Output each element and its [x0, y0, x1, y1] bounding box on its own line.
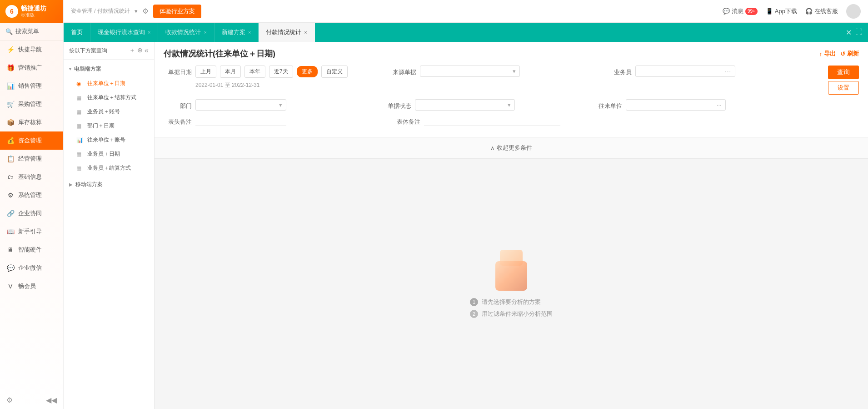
scheme-item-partner-date[interactable]: ◉ 往来单位＋日期 — [64, 76, 154, 91]
scheme-item-partner-settle[interactable]: ▦ 往来单位＋结算方式 — [64, 91, 154, 105]
dept-dropdown-icon: ▾ — [279, 101, 282, 108]
tab-home[interactable]: 首页 — [64, 23, 90, 42]
headset-icon: 🎧 — [805, 8, 813, 15]
tab-payment-stats-close-icon[interactable]: × — [304, 30, 307, 35]
source-doc-label: 来源单据 — [384, 66, 420, 76]
sidebar-item-inventory[interactable]: 📦 库存核算 — [0, 113, 63, 131]
sidebar-item-label: 新手引导 — [18, 227, 42, 236]
scheme-collapse-btn[interactable]: « — [145, 46, 149, 55]
partner-dots: ··· — [717, 101, 722, 108]
system-icon: ⚙ — [6, 192, 15, 199]
sidebar-item-sales[interactable]: 📊 销售管理 — [0, 77, 63, 95]
date-filter-content: 上月 本月 本年 近7天 更多 自定义 2022-01-01 至 2022-12… — [195, 66, 384, 89]
tab-receipt-stats[interactable]: 收款情况统计 × — [158, 23, 214, 42]
refresh-btn[interactable]: ↺ 刷新 — [840, 50, 859, 58]
hardware-icon: 🖥 — [6, 246, 15, 253]
messages-badge: 99+ — [745, 8, 758, 15]
export-btn[interactable]: ↑ 导出 — [819, 50, 836, 58]
scheme-item-staff-account-label: 业务员＋账号 — [87, 108, 120, 116]
trial-btn[interactable]: 体验行业方案 — [153, 5, 201, 18]
sidebar-item-guide[interactable]: 📖 新手引导 — [0, 222, 63, 241]
online-service-label: 在线客服 — [814, 7, 838, 15]
desktop-section-label: 电脑端方案 — [74, 65, 101, 73]
tab-close-all-icon[interactable]: ✕ — [846, 28, 852, 37]
sidebar-item-label: 快捷导航 — [18, 45, 42, 54]
scheme-item-staff-date[interactable]: ▦ 业务员＋日期 — [64, 147, 154, 161]
scheme-item-partner-account-icon: 📊 — [76, 137, 84, 143]
dept-select[interactable]: ▾ — [195, 99, 286, 111]
footer-collapse-icon[interactable]: ◀◀ — [46, 396, 57, 404]
search-icon: 🔍 — [5, 28, 13, 35]
scheme-item-dept-date-label: 部门＋日期 — [87, 122, 115, 130]
staff-dots: ··· — [725, 68, 731, 75]
user-avatar[interactable] — [846, 4, 861, 19]
sidebar-item-vip[interactable]: V 畅会员 — [0, 277, 63, 295]
sidebar-item-system[interactable]: ⚙ 系统管理 — [0, 186, 63, 204]
content-area: 按以下方案查询 ＋ ⊕ « ▾ 电脑端方案 ◉ 往来单位＋日期 ▦ — [64, 42, 868, 409]
footer-settings-icon[interactable]: ⚙ — [6, 396, 13, 404]
search-menu[interactable]: 🔍 搜索菜单 — [0, 23, 63, 40]
scheme-item-dept-date[interactable]: ▦ 部门＋日期 — [64, 119, 154, 133]
doc-status-dropdown-icon: ▾ — [508, 101, 511, 108]
tab-bank-flow-close-icon[interactable]: × — [148, 30, 150, 35]
app-title: 畅捷通坊 — [21, 5, 46, 12]
custom-btn[interactable]: 自定义 — [321, 66, 348, 78]
staff-select[interactable]: ··· — [635, 66, 735, 77]
partner-select[interactable]: ··· — [626, 99, 726, 111]
scheme-item-staff-settle[interactable]: ▦ 业务员＋结算方式 — [64, 161, 154, 175]
last-month-btn[interactable]: 上月 — [195, 66, 216, 78]
operations-icon: 📋 — [6, 155, 15, 162]
tab-bank-flow[interactable]: 现金银行流水查询 × — [90, 23, 158, 42]
scheme-item-staff-account[interactable]: ▦ 业务员＋账号 — [64, 105, 154, 119]
mobile-section[interactable]: ▶ 移动端方案 — [64, 177, 154, 192]
desktop-section-header[interactable]: ▾ 电脑端方案 — [64, 61, 154, 76]
sidebar-item-label: 库存核算 — [18, 118, 42, 126]
more-btn[interactable]: 更多 — [297, 66, 318, 77]
scheme-panel-header-label: 按以下方案查询 — [69, 47, 107, 55]
messages-btn[interactable]: 💬 消息 99+ — [723, 7, 758, 15]
sidebar-item-purchase[interactable]: 🛒 采购管理 — [0, 95, 63, 113]
scheme-settings-btn[interactable]: ⊕ — [137, 46, 143, 55]
source-doc-select[interactable]: ▾ — [420, 66, 520, 77]
doc-status-select[interactable]: ▾ — [415, 99, 515, 111]
sidebar-item-label: 销售管理 — [18, 82, 42, 90]
topbar: 资金管理 / 付款情况统计 ▾ ⚙ 体验行业方案 💬 消息 99+ 📱 App下… — [64, 0, 868, 23]
sidebar-item-weixin[interactable]: 💬 企业微信 — [0, 259, 63, 277]
guide-icon: 📖 — [6, 228, 15, 235]
tab-receipt-stats-close-icon[interactable]: × — [204, 30, 206, 35]
sidebar-item-basic-info[interactable]: 🗂 基础信息 — [0, 168, 63, 186]
scheme-add-btn[interactable]: ＋ — [129, 46, 135, 55]
tabbar-actions: ✕ ⛶ — [840, 23, 868, 42]
sidebar-item-hardware[interactable]: 🖥 智能硬件 — [0, 241, 63, 259]
sidebar-item-enterprise[interactable]: 🔗 企业协同 — [0, 204, 63, 222]
tab-payment-stats[interactable]: 付款情况统计 × — [259, 23, 314, 42]
sidebar-item-marketing[interactable]: 🎁 营销推广 — [0, 59, 63, 77]
dropdown-arrow-icon[interactable]: ▾ — [135, 8, 138, 15]
table-header-note-input[interactable] — [195, 115, 286, 126]
sidebar-item-quick-nav[interactable]: ⚡ 快捷导航 — [0, 40, 63, 59]
tab-new-scheme[interactable]: 新建方案 × — [215, 23, 259, 42]
sidebar-item-label: 企业协同 — [18, 209, 42, 217]
query-btn[interactable]: 查询 — [828, 66, 859, 79]
online-service-btn[interactable]: 🎧 在线客服 — [805, 7, 838, 15]
scheme-item-partner-account[interactable]: 📊 往来单位＋账号 — [64, 133, 154, 147]
app-title-block: 畅捷通坊 标准版 — [21, 5, 46, 19]
doc-status-content: ▾ — [415, 99, 598, 111]
settings-btn[interactable]: 设置 — [828, 81, 859, 95]
partner-content: ··· — [626, 99, 809, 111]
app-download-btn[interactable]: 📱 App下载 — [766, 7, 797, 15]
tab-expand-icon[interactable]: ⛶ — [855, 28, 863, 36]
tab-new-scheme-close-icon[interactable]: × — [248, 30, 251, 35]
topbar-settings-icon[interactable]: ⚙ — [142, 7, 149, 15]
sidebar-item-label: 资金管理 — [18, 136, 42, 145]
mobile-section-label: 移动端方案 — [75, 181, 103, 188]
sidebar-item-finance[interactable]: 💰 资金管理 — [0, 131, 63, 150]
sidebar-footer: ⚙ ◀◀ — [0, 391, 63, 409]
this-year-btn[interactable]: 本年 — [244, 66, 265, 78]
table-body-note-input[interactable] — [424, 115, 560, 126]
this-month-btn[interactable]: 本月 — [220, 66, 241, 78]
last-7days-btn[interactable]: 近7天 — [269, 66, 293, 78]
sidebar-item-label: 系统管理 — [18, 191, 42, 199]
sidebar-item-operations[interactable]: 📋 经营管理 — [0, 150, 63, 168]
collapse-btn[interactable]: ∧ 收起更多条件 — [486, 141, 537, 155]
